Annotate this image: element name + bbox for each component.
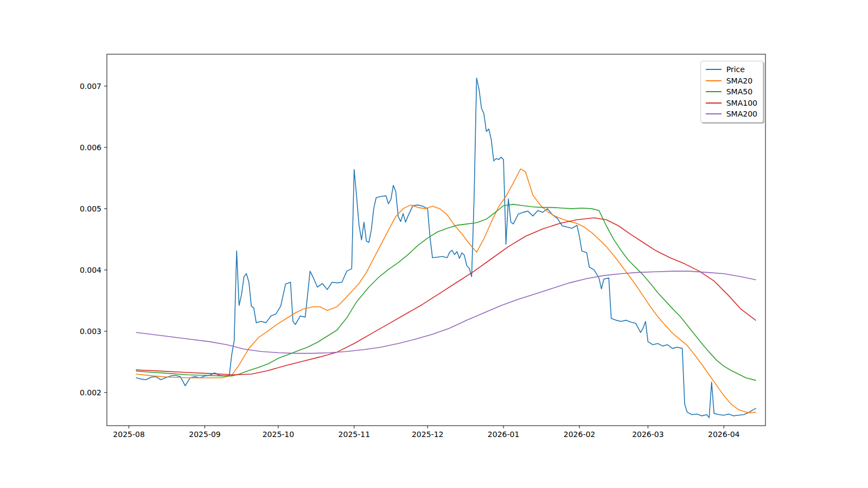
x-tick-label: 2025-09 (189, 430, 221, 439)
legend-label: SMA200 (726, 110, 757, 118)
legend-label: SMA50 (726, 87, 752, 96)
x-tick-label: 2026-03 (632, 430, 664, 439)
sma200-line (136, 271, 756, 353)
y-tick-label: 0.007 (80, 82, 101, 91)
plot-border (107, 54, 765, 426)
legend-label: Price (726, 65, 745, 74)
x-tick-label: 2026-02 (564, 430, 596, 439)
y-tick-label: 0.003 (80, 327, 101, 336)
legend-line-swatch (706, 91, 722, 92)
x-tick-label: 2025-12 (412, 430, 444, 439)
legend-line-swatch (706, 80, 722, 81)
sma100-line (136, 218, 756, 375)
legend-line-swatch (706, 102, 722, 104)
x-tick-label: 2025-11 (339, 430, 371, 439)
y-tick-label: 0.005 (80, 204, 101, 213)
legend-line-swatch (706, 69, 722, 70)
figure: 2025-082025-092025-102025-112025-122026-… (0, 0, 868, 488)
x-tick-label: 2026-04 (708, 430, 740, 439)
x-tick-label: 2026-01 (488, 430, 520, 439)
legend-entry: SMA100 (706, 99, 757, 107)
legend-entry: SMA50 (706, 87, 757, 96)
sma50-line (136, 204, 756, 381)
price-line (136, 78, 756, 418)
legend-line-swatch (706, 113, 722, 114)
x-tick-label: 2025-10 (263, 430, 295, 439)
legend-label: SMA20 (726, 76, 752, 85)
y-tick-label: 0.002 (80, 388, 101, 397)
y-tick-label: 0.006 (80, 143, 101, 152)
legend-label: SMA100 (726, 99, 757, 107)
x-tick-label: 2025-08 (113, 430, 145, 439)
y-tick-label: 0.004 (80, 266, 101, 274)
legend: PriceSMA20SMA50SMA100SMA200 (700, 61, 763, 123)
legend-entry: SMA20 (706, 76, 757, 85)
legend-entry: Price (706, 65, 757, 74)
legend-entry: SMA200 (706, 110, 757, 118)
